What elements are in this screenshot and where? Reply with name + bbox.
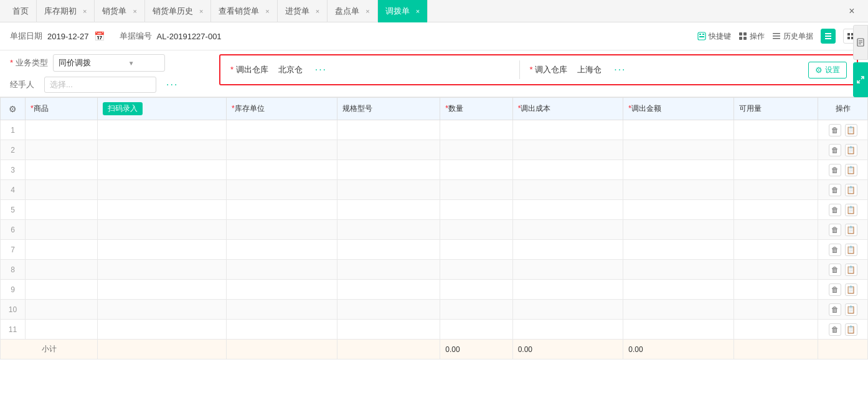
cell-spec-2[interactable] — [337, 140, 440, 160]
cell-spec-11[interactable] — [337, 320, 440, 340]
copy-icon-3[interactable]: 📋 — [845, 164, 857, 176]
operation-btn[interactable]: 操作 — [738, 31, 765, 42]
cell-qty-11[interactable] — [440, 320, 512, 340]
cell-available-4[interactable] — [734, 180, 818, 200]
cell-qty-1[interactable] — [440, 120, 512, 140]
tab-home[interactable]: 首页 — [5, 0, 37, 22]
cell-unit-5[interactable] — [226, 200, 337, 220]
cell-goods-4[interactable] — [26, 180, 98, 200]
cell-qty-2[interactable] — [440, 140, 512, 160]
delete-icon-3[interactable]: 🗑 — [829, 164, 841, 176]
cell-scan-8[interactable] — [98, 260, 226, 280]
delete-icon-9[interactable]: 🗑 — [829, 283, 841, 296]
cell-qty-6[interactable] — [440, 220, 512, 240]
delete-icon-4[interactable]: 🗑 — [829, 184, 841, 196]
cell-amount-3[interactable] — [623, 160, 734, 180]
tab-inventory-check[interactable]: 盘点单 × — [328, 0, 377, 22]
cell-scan-10[interactable] — [98, 300, 226, 320]
cell-goods-9[interactable] — [26, 280, 98, 300]
cell-scan-3[interactable] — [98, 160, 226, 180]
copy-icon-8[interactable]: 📋 — [845, 264, 857, 276]
tab-sales-order-close[interactable]: × — [133, 7, 136, 15]
person-more-btn[interactable]: ··· — [166, 79, 178, 90]
cell-cost-3[interactable] — [512, 160, 623, 180]
cell-cost-7[interactable] — [512, 240, 623, 260]
cell-available-9[interactable] — [734, 280, 818, 300]
cell-amount-4[interactable] — [623, 180, 734, 200]
cell-cost-1[interactable] — [512, 120, 623, 140]
copy-icon-4[interactable]: 📋 — [845, 184, 857, 196]
cell-unit-11[interactable] — [226, 320, 337, 340]
history-btn[interactable]: 历史单据 — [772, 31, 813, 42]
copy-icon-6[interactable]: 📋 — [845, 224, 857, 236]
cell-spec-6[interactable] — [337, 220, 440, 240]
tab-inventory-init[interactable]: 库存期初 × — [37, 0, 95, 22]
cell-amount-9[interactable] — [623, 280, 734, 300]
cell-available-5[interactable] — [734, 200, 818, 220]
delete-icon-6[interactable]: 🗑 — [829, 224, 841, 236]
cell-scan-11[interactable] — [98, 320, 226, 340]
tab-sales-history[interactable]: 销货单历史 × — [145, 0, 211, 22]
cell-unit-3[interactable] — [226, 160, 337, 180]
cell-scan-5[interactable] — [98, 200, 226, 220]
cell-goods-3[interactable] — [26, 160, 98, 180]
delete-icon-11[interactable]: 🗑 — [829, 323, 841, 336]
copy-icon-11[interactable]: 📋 — [845, 323, 857, 336]
cell-scan-9[interactable] — [98, 280, 226, 300]
copy-icon-1[interactable]: 📋 — [845, 124, 857, 136]
cell-spec-10[interactable] — [337, 300, 440, 320]
calendar-icon[interactable]: 📅 — [94, 31, 105, 41]
copy-icon-9[interactable]: 📋 — [845, 283, 857, 296]
cell-goods-5[interactable] — [26, 200, 98, 220]
cell-unit-10[interactable] — [226, 300, 337, 320]
tab-purchase-order-close[interactable]: × — [316, 7, 319, 15]
out-warehouse-more-btn[interactable]: ··· — [315, 64, 327, 75]
cell-amount-10[interactable] — [623, 300, 734, 320]
cell-goods-11[interactable] — [26, 320, 98, 340]
cell-available-8[interactable] — [734, 260, 818, 280]
cell-cost-4[interactable] — [512, 180, 623, 200]
cell-goods-1[interactable] — [26, 120, 98, 140]
cell-amount-2[interactable] — [623, 140, 734, 160]
tab-view-sales-close[interactable]: × — [265, 7, 269, 15]
cell-qty-4[interactable] — [440, 180, 512, 200]
cell-unit-2[interactable] — [226, 140, 337, 160]
tab-inventory-init-close[interactable]: × — [83, 7, 87, 15]
copy-icon-7[interactable]: 📋 — [845, 244, 857, 256]
copy-icon-2[interactable]: 📋 — [845, 144, 857, 156]
tab-transfer-order-close[interactable]: × — [416, 7, 420, 15]
cell-cost-8[interactable] — [512, 260, 623, 280]
cell-unit-8[interactable] — [226, 260, 337, 280]
shortcut-btn[interactable]: 快捷键 — [697, 31, 731, 42]
cell-available-11[interactable] — [734, 320, 818, 340]
cell-available-10[interactable] — [734, 300, 818, 320]
cell-available-7[interactable] — [734, 240, 818, 260]
delete-icon-10[interactable]: 🗑 — [829, 303, 841, 316]
cell-amount-6[interactable] — [623, 220, 734, 240]
cell-available-3[interactable] — [734, 160, 818, 180]
side-notes-btn[interactable] — [853, 25, 868, 60]
cell-scan-4[interactable] — [98, 180, 226, 200]
cell-scan-1[interactable] — [98, 120, 226, 140]
copy-icon-5[interactable]: 📋 — [845, 204, 857, 216]
cell-unit-9[interactable] — [226, 280, 337, 300]
delete-icon-7[interactable]: 🗑 — [829, 244, 841, 256]
settings-button[interactable]: ⚙ 设置 — [808, 62, 847, 79]
tab-purchase-order[interactable]: 进货单 × — [278, 0, 328, 22]
cell-amount-8[interactable] — [623, 260, 734, 280]
cell-goods-6[interactable] — [26, 220, 98, 240]
delete-icon-2[interactable]: 🗑 — [829, 144, 841, 156]
person-select[interactable]: 选择... — [44, 77, 156, 93]
cell-scan-2[interactable] — [98, 140, 226, 160]
scan-barcode-button[interactable]: 扫码录入 — [103, 102, 143, 115]
cell-qty-8[interactable] — [440, 260, 512, 280]
cell-goods-10[interactable] — [26, 300, 98, 320]
cell-unit-1[interactable] — [226, 120, 337, 140]
tab-sales-order[interactable]: 销货单 × — [95, 0, 144, 22]
cell-cost-2[interactable] — [512, 140, 623, 160]
tab-inventory-check-close[interactable]: × — [366, 7, 369, 15]
list-view-btn[interactable] — [821, 29, 836, 44]
cell-qty-3[interactable] — [440, 160, 512, 180]
cell-amount-1[interactable] — [623, 120, 734, 140]
cell-available-6[interactable] — [734, 220, 818, 240]
